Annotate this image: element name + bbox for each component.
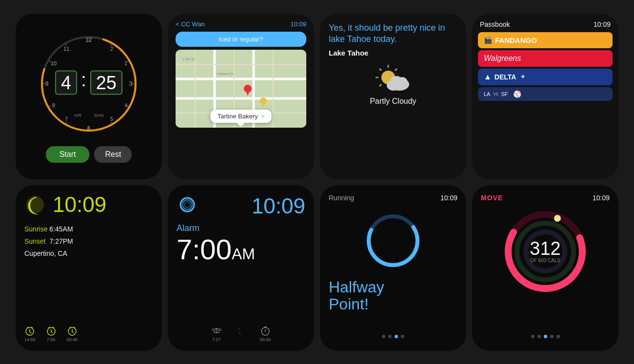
timer-buttons: Start Rest [46, 146, 132, 163]
rest-button[interactable]: Rest [94, 146, 132, 163]
alarm-rings-icon [177, 194, 198, 215]
running-time: 10:09 [440, 194, 457, 202]
clock-bottom-time-1: 14:59 [24, 337, 36, 342]
back-button[interactable]: < CC Wan [176, 20, 205, 28]
svg-text:9: 9 [45, 80, 49, 87]
svg-line-78 [213, 328, 214, 329]
messages-header: < CC Wan 10:09 [168, 14, 314, 32]
passbook-delta[interactable]: ▲ DELTA ✈ [478, 69, 613, 85]
card-activity: MOVE 10:09 312 OF 600 CALS [472, 185, 618, 351]
svg-text:5: 5 [110, 116, 113, 122]
passbook-walgreens[interactable]: Walgreens [478, 50, 613, 67]
mlb-away: SF [501, 91, 508, 97]
svg-text:7: 7 [65, 116, 68, 122]
alarm-icon-2 [46, 326, 56, 336]
clock-bottom-time-3: 00:46 [67, 337, 78, 342]
act-dot-3 [544, 335, 547, 338]
passbook-mlb[interactable]: LA vs SF ⚾ [478, 87, 613, 101]
svg-text:11: 11 [63, 46, 69, 52]
hr-label: HR [75, 113, 82, 118]
svg-line-68 [72, 332, 74, 333]
svg-text:10: 10 [51, 60, 57, 66]
svg-text:8: 8 [52, 102, 55, 108]
timer-min: 25 [90, 70, 122, 95]
running-dots [329, 335, 457, 342]
svg-point-54 [397, 77, 407, 86]
svg-text:1: 1 [124, 60, 127, 66]
clock-top: 10:09 [24, 194, 153, 215]
activity-dots [481, 335, 610, 342]
start-button[interactable]: Start [46, 146, 90, 163]
clock-item-3: 00:46 [67, 326, 78, 342]
sunset-time: 7:27PM [49, 237, 73, 245]
callout-chevron: > [261, 113, 265, 120]
sunset-label: Sunset [24, 237, 46, 245]
alarm-bottom-sunrise: 7:27 [211, 326, 222, 342]
timer-colon: : [81, 70, 86, 91]
sunrise-icon [211, 326, 222, 336]
alarm-bottom-icons: 7:27 00:00 [177, 326, 305, 342]
weather-message: Yes, it should be pretty nice in lake Ta… [329, 22, 457, 45]
cals-number: 312 [530, 239, 560, 258]
sunrise-label: Sunrise [24, 225, 47, 233]
walgreens-label: Walgreens [484, 54, 521, 62]
act-dot-1 [531, 335, 535, 338]
weather-condition: Partly Cloudy [329, 97, 457, 106]
svg-line-63 [51, 332, 53, 333]
alarm-bottom-stopwatch: 00:00 [260, 326, 271, 342]
map-callout[interactable]: Tartine Bakery > [211, 110, 272, 123]
svg-text:Oakland St: Oakland St [217, 72, 234, 76]
card-worldclock: 10:09 Sunrise 6:45AM Sunset 7:27PM Cuper… [16, 185, 162, 351]
running-circle [329, 211, 457, 270]
activity-move-label: MOVE [481, 194, 503, 202]
activity-header: MOVE 10:09 [481, 194, 610, 202]
timer-dial: 12 3 6 9 2 1 10 11 4 5 8 7 4 : 25 HR MIN [35, 30, 142, 137]
mlb-home: LA [484, 91, 490, 97]
messages-time: 10:09 [290, 20, 306, 28]
svg-point-88 [554, 215, 561, 222]
card-alarm: 10:09 Alarm 7:00AM 7:27 [168, 185, 314, 351]
alarm-bottom-moon [236, 326, 246, 342]
alarm-label: Alarm [177, 223, 305, 233]
card-passbook: Passbook 10:09 🎬 FANDANGO Walgreens ▲ DE… [472, 14, 618, 179]
dot-2 [388, 335, 392, 338]
clock-info: Sunrise 6:45AM Sunset 7:27PM [24, 223, 153, 248]
card-running: Running 10:09 HalfwayPoint! [320, 185, 466, 351]
min-label: MIN [95, 113, 104, 118]
clock-item-1: 14:59 [24, 326, 36, 342]
alarm-icon-1 [25, 326, 35, 336]
passbook-title: Passbook [480, 20, 510, 28]
weather-icon [329, 64, 457, 93]
act-dot-2 [537, 335, 541, 338]
activity-cals: 312 OF 600 CALS [530, 239, 560, 263]
passbook-items: 🎬 FANDANGO Walgreens ▲ DELTA ✈ LA vs SF … [472, 32, 618, 101]
card-messages: < CC Wan 10:09 iced or regular? 17th S [168, 14, 314, 179]
passbook-time: 10:09 [594, 20, 611, 28]
map-view[interactable]: 17th St Oakland St Tartine Bakery > [176, 50, 306, 128]
svg-line-58 [30, 332, 31, 333]
stopwatch-icon [260, 326, 271, 336]
alarm-current-time: 10:09 [252, 194, 305, 218]
activity-time: 10:09 [593, 194, 610, 202]
weather-location: Lake Tahoe [329, 49, 457, 57]
svg-text:4: 4 [124, 102, 127, 108]
activity-circle: 312 OF 600 CALS [481, 208, 610, 295]
halfway-text: HalfwayPoint! [329, 279, 457, 313]
watch-grid: 12 3 6 9 2 1 10 11 4 5 8 7 4 : 25 HR MIN [6, 4, 628, 361]
svg-text:6: 6 [87, 125, 91, 132]
act-dot-5 [556, 335, 560, 338]
alarm-icon-3 [67, 326, 77, 336]
clock-location: Cupertino, CA [24, 249, 153, 257]
card-weather: Yes, it should be pretty nice in lake Ta… [320, 14, 466, 179]
svg-text:2: 2 [110, 46, 113, 52]
alarm-top: 10:09 [177, 194, 305, 218]
running-header: Running 10:09 [329, 194, 457, 202]
svg-line-50 [379, 84, 381, 86]
alarm-time-big: 7:00AM [177, 235, 305, 264]
svg-text:17th St: 17th St [182, 57, 195, 61]
svg-text:12: 12 [85, 37, 92, 43]
passbook-fandango[interactable]: 🎬 FANDANGO [478, 32, 613, 48]
timer-hr: 4 [55, 70, 77, 95]
act-dot-4 [550, 335, 554, 338]
running-label: Running [329, 194, 354, 202]
